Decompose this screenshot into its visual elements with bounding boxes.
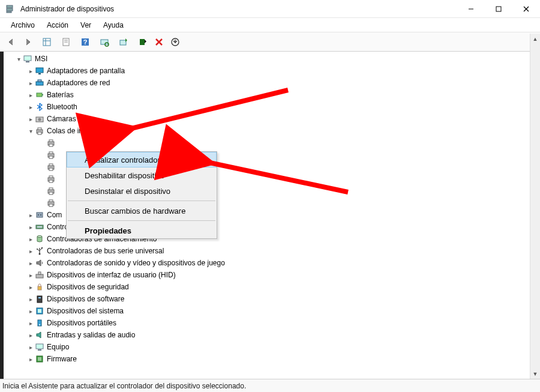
expander-closed-icon[interactable]: ▸ — [26, 104, 35, 110]
tree-device[interactable] — [4, 137, 540, 149]
tree-root-label: MSI — [35, 55, 47, 63]
tree-root[interactable]: ▾ MSI — [4, 53, 540, 65]
port-icon — [35, 210, 44, 220]
tree-category-label: Firmware — [47, 355, 77, 363]
uninstall-button[interactable] — [151, 34, 167, 50]
svg-rect-49 — [49, 192, 53, 194]
tree-category-label: Bluetooth — [47, 103, 77, 111]
disable-button[interactable] — [135, 34, 151, 50]
svg-rect-22 — [24, 56, 31, 61]
titlebar: Administrador de dispositivos — [0, 0, 540, 18]
tree-category-label: Dispositivos de software — [47, 295, 124, 303]
minimize-button[interactable] — [457, 0, 485, 18]
svg-rect-66 — [38, 272, 41, 274]
audio-icon — [35, 330, 44, 340]
expander-closed-icon[interactable]: ▸ — [26, 260, 35, 267]
storage-icon — [35, 234, 44, 244]
svg-rect-65 — [36, 274, 43, 278]
tree-category[interactable]: ▸Controladoras de sonido y vídeo y dispo… — [4, 257, 540, 269]
vertical-scrollbar[interactable]: ▲ ▼ — [530, 34, 540, 379]
expander-closed-icon[interactable]: ▸ — [26, 212, 35, 219]
tree-category[interactable]: ▸Equipo — [4, 341, 540, 353]
svg-rect-15 — [101, 40, 108, 44]
battery-icon — [35, 90, 44, 100]
view-all-button[interactable] — [39, 34, 55, 50]
ctx-scan-hardware[interactable]: Buscar cambios de hardware — [67, 203, 217, 219]
menu-view[interactable]: Ver — [76, 20, 96, 31]
ctx-disable-device[interactable]: Deshabilitar dispositivo — [67, 167, 217, 183]
svg-rect-36 — [49, 140, 53, 142]
expander-closed-icon[interactable]: ▸ — [26, 92, 35, 98]
svg-rect-2 — [7, 11, 11, 13]
expander-open-icon[interactable]: ▾ — [26, 128, 35, 134]
tree-category[interactable]: ▸Adaptadores de red — [4, 77, 540, 89]
tree-category[interactable]: ▸Dispositivos del sistema — [4, 305, 540, 317]
expander-closed-icon[interactable]: ▸ — [26, 272, 35, 279]
tree-category-label: Controladoras de bus serie universal — [47, 247, 164, 255]
tree-category[interactable]: ▸Dispositivos de software — [4, 293, 540, 305]
expander-icon[interactable]: ▾ — [14, 56, 23, 62]
nav-back-button[interactable] — [4, 34, 19, 50]
ctx-uninstall-device[interactable]: Desinstalar el dispositivo — [67, 183, 217, 199]
tree-category-label: Dispositivos de seguridad — [47, 283, 129, 291]
menu-file[interactable]: Archivo — [6, 20, 40, 31]
svg-rect-34 — [38, 132, 41, 134]
expander-closed-icon[interactable]: ▸ — [26, 224, 35, 231]
update-driver-button[interactable] — [116, 34, 131, 50]
tree-category[interactable]: ▸Cámaras — [4, 113, 540, 125]
expander-closed-icon[interactable]: ▸ — [26, 296, 35, 303]
menu-action[interactable]: Acción — [42, 20, 73, 31]
expander-closed-icon[interactable]: ▸ — [26, 356, 35, 363]
ctx-properties[interactable]: Propiedades — [67, 223, 217, 238]
properties-button[interactable] — [58, 34, 74, 50]
svg-rect-74 — [36, 344, 43, 349]
expander-closed-icon[interactable]: ▸ — [26, 68, 35, 74]
scroll-down-icon[interactable]: ▼ — [530, 369, 540, 379]
software-icon — [35, 294, 44, 304]
ctx-update-driver[interactable]: Actualizar controlador — [67, 152, 217, 167]
portable-icon — [35, 318, 44, 328]
svg-point-54 — [38, 214, 39, 216]
scan-button[interactable] — [97, 34, 112, 50]
tree-category-label: Com — [47, 211, 62, 219]
svg-rect-53 — [37, 213, 43, 217]
svg-rect-7 — [43, 38, 50, 46]
tree-category[interactable]: ▸Entradas y salidas de audio — [4, 329, 540, 341]
tree-category[interactable]: ▸Bluetooth — [4, 101, 540, 113]
computer-icon — [23, 54, 32, 64]
tree-category[interactable]: ▸Dispositivos de interfaz de usuario (HI… — [4, 269, 540, 281]
tree-category[interactable]: ▸Dispositivos portátiles — [4, 317, 540, 329]
scroll-up-icon[interactable]: ▲ — [530, 34, 540, 44]
tree-category[interactable]: ▾Colas de impresión — [4, 125, 540, 137]
tree-category[interactable]: ▸Firmware — [4, 353, 540, 365]
tree-category-label: Controladoras de sonido y vídeo y dispos… — [47, 259, 225, 267]
svg-point-73 — [39, 324, 40, 325]
svg-point-55 — [40, 214, 41, 216]
svg-rect-75 — [38, 349, 41, 351]
printer-icon — [47, 138, 56, 148]
nav-forward-button[interactable] — [20, 34, 35, 50]
expander-closed-icon[interactable]: ▸ — [26, 332, 35, 339]
svg-rect-33 — [38, 128, 41, 130]
close-button[interactable] — [512, 0, 540, 18]
expander-closed-icon[interactable]: ▸ — [26, 344, 35, 351]
camera-icon — [35, 114, 44, 124]
maximize-button[interactable] — [485, 0, 512, 18]
help-button[interactable]: ? — [77, 34, 93, 50]
monitor-icon — [35, 66, 44, 76]
expander-closed-icon[interactable]: ▸ — [26, 116, 35, 122]
expander-closed-icon[interactable]: ▸ — [26, 284, 35, 291]
expander-closed-icon[interactable]: ▸ — [26, 248, 35, 255]
tree-category[interactable]: ▸Dispositivos de seguridad — [4, 281, 540, 293]
enable-button[interactable] — [167, 34, 183, 50]
expander-closed-icon[interactable]: ▸ — [26, 236, 35, 243]
expander-closed-icon[interactable]: ▸ — [26, 308, 35, 315]
menu-help[interactable]: Ayuda — [98, 20, 128, 31]
tree-category[interactable]: ▸Controladoras de bus serie universal — [4, 245, 540, 257]
expander-closed-icon[interactable]: ▸ — [26, 320, 35, 327]
bluetooth-icon — [35, 102, 44, 112]
expander-closed-icon[interactable]: ▸ — [26, 80, 35, 86]
system-icon — [35, 306, 44, 316]
tree-category[interactable]: ▸Adaptadores de pantalla — [4, 65, 540, 77]
tree-category[interactable]: ▸Baterías — [4, 89, 540, 101]
